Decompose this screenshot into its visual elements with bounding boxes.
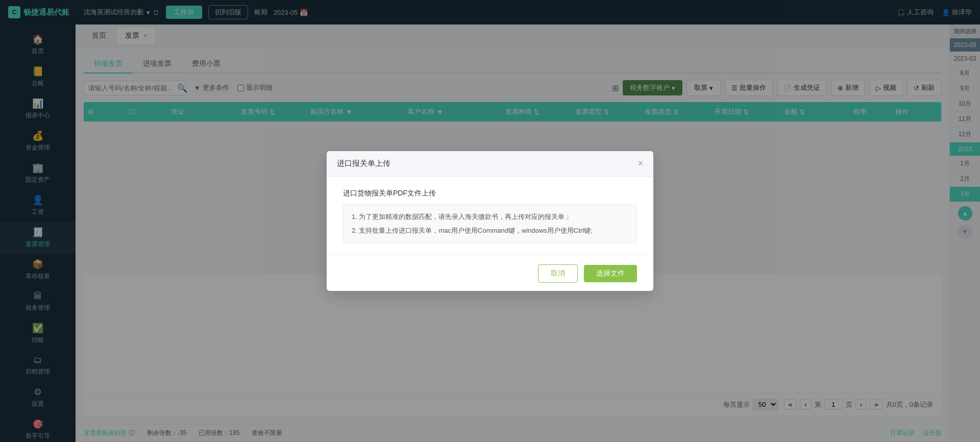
modal-footer: 取消 选择文件 [327,256,653,291]
modal-close-button[interactable]: × [638,158,643,169]
modal-section-title: 进口货物报关单PDF文件上传 [343,189,637,198]
modal-overlay: 进口报关单上传 × 进口货物报关单PDF文件上传 1. 为了更加精准的数据匹配，… [0,0,980,442]
modal-select-file-button[interactable]: 选择文件 [584,265,637,282]
modal-info-1: 1. 为了更加精准的数据匹配，请先录入海关缴款书，再上传对应的报关单； [352,212,628,223]
modal-info-box: 1. 为了更加精准的数据匹配，请先录入海关缴款书，再上传对应的报关单； 2. 支… [343,204,637,244]
modal-header: 进口报关单上传 × [327,151,653,177]
modal-info-2: 2. 支持批量上传进口报关单，mac用户使用Command键，windows用户… [352,226,628,236]
import-modal: 进口报关单上传 × 进口货物报关单PDF文件上传 1. 为了更加精准的数据匹配，… [327,151,653,291]
modal-title: 进口报关单上传 [337,159,390,168]
modal-cancel-button[interactable]: 取消 [538,264,578,283]
modal-body: 进口货物报关单PDF文件上传 1. 为了更加精准的数据匹配，请先录入海关缴款书，… [327,177,653,256]
